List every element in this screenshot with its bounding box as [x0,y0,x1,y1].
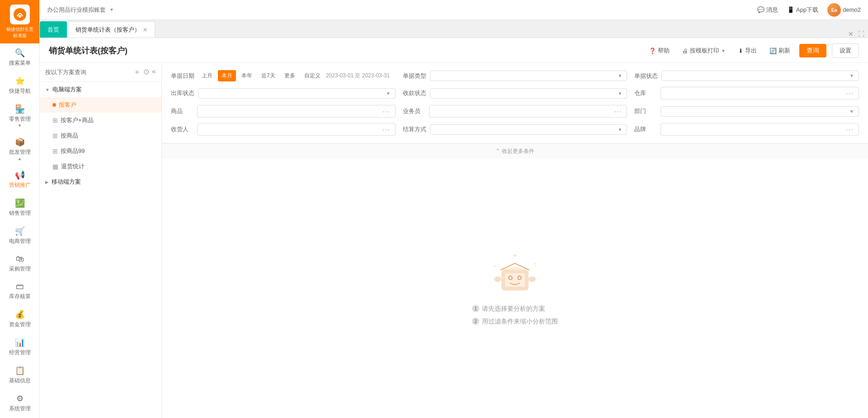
filter-date-label: 单据日期 [171,72,194,80]
refresh-btn[interactable]: 🔄 刷新 [766,45,794,57]
sidebar-item-basic[interactable]: 📋 基础信息 [0,361,40,389]
date-btn-lastmonth[interactable]: 上月 [198,70,216,81]
app-download-label: App下载 [796,6,818,14]
query-btn[interactable]: 查询 [799,44,826,57]
sidebar-item-sales-label: 销售管理 [9,209,31,217]
filter-settlement-item: 结算方式 ▼ [403,124,627,135]
order-status-select[interactable]: ▼ [661,71,859,81]
salesperson-select[interactable]: ··· [429,105,627,118]
warehouse-select[interactable]: ··· [660,87,859,100]
date-btn-thismonth[interactable]: 本月 [218,70,236,81]
sidebar-item-wholesale[interactable]: 📦 批发管理 ▲ [0,133,40,166]
scheme-grid-icon-3: ⊞ [52,147,58,155]
settings-btn[interactable]: 设置 [832,43,859,58]
tab-close-icon[interactable]: ✕ [143,27,147,33]
sidebar-item-quicknav[interactable]: ⭐ 快捷导航 [0,71,40,100]
sidebar: 畅捷信好生意 标准版 🔍 搜索菜单 ⭐ 快捷导航 🏪 零售管理 ▼ 📦 批发管理… [0,0,40,418]
settlement-select[interactable]: ▼ [430,124,627,135]
scheme-desktop-header[interactable]: ▼ 电脑端方案 [40,82,161,97]
help-btn[interactable]: ❓ 帮助 [645,45,673,57]
sidebar-item-finance-label: 资金管理 [9,321,31,328]
salesperson-ellipsis-icon: ··· [614,108,623,115]
search-icon: 🔍 [15,48,25,58]
export-btn[interactable]: ⬇ 导出 [735,45,760,57]
department-select[interactable]: ▼ [660,106,859,117]
date-btn-thisyear[interactable]: 本年 [238,70,256,81]
tab-maximize-icon[interactable]: ⛶ [858,30,864,38]
sidebar-item-search[interactable]: 🔍 搜索菜单 [0,43,40,71]
sidebar-item-purchase-label: 采购管理 [9,265,31,273]
user-info[interactable]: Ea demo2 [827,3,861,17]
print-btn[interactable]: 🖨 按模板打印 ▼ [679,45,729,57]
order-type-select[interactable]: ▼ [430,71,627,81]
export-icon: ⬇ [738,48,743,54]
scheme-item-by-product-label: 按商品 [61,132,78,140]
sidebar-item-inventory[interactable]: 🗃 库存核算 [0,277,40,305]
sidebar-item-operation[interactable]: 📊 经营管理 [0,333,40,361]
department-dropdown-icon: ▼ [849,109,854,114]
empty-svg: ✦ ✦ ✦ [488,250,542,295]
date-btn-custom[interactable]: 自定义 [301,70,324,81]
tab-home[interactable]: 首页 [40,21,67,38]
scheme-item-by-product[interactable]: ⊞ 按商品 [40,128,161,143]
header-right: 💬 消息 📱 App下载 Ea demo2 [757,3,861,17]
collapse-panel-icon[interactable]: « [152,67,156,77]
retail-icon: 🏪 [15,104,25,114]
scheme-item-by-customer-product[interactable]: ⊞ 按客户+商品 [40,113,161,128]
out-status-dropdown-icon: ▼ [386,91,391,96]
left-panel: 按以下方案查询 ＋ ⊙ « ▼ 电脑端方案 按客户 [40,63,162,418]
scheme-item-return-stat[interactable]: ▦ 退货统计 [40,159,161,174]
date-control: 上月 本月 本年 近7天 更多 自定义 2023-03-01 至 2023-03… [198,70,396,81]
product-select[interactable]: ··· [197,105,396,118]
date-btn-more[interactable]: 更多 [281,70,299,81]
receiver-select[interactable]: ··· [197,123,396,136]
left-panel-title: 按以下方案查询 [45,68,86,76]
sales-icon: 💹 [15,198,25,208]
scheme-item-by-product-99[interactable]: ⊞ 按商品99 [40,143,161,159]
tab-sales-stat[interactable]: 销货单统计表（按客户） ✕ [68,21,155,38]
tab-collapse-icon[interactable]: ✕ [848,30,854,38]
empty-illustration: ✦ ✦ ✦ [488,250,542,295]
out-status-select[interactable]: ▼ [198,88,396,99]
scheme-item-by-customer-label: 按客户 [59,101,76,109]
sidebar-item-search-label: 搜索菜单 [9,59,31,67]
brand-select[interactable]: ··· [660,123,859,136]
filter-product-item: 商品 ··· [171,105,396,118]
sidebar-item-sales[interactable]: 💹 销售管理 [0,194,40,222]
collapse-more-btn[interactable]: ⌃ 收起更多条件 [162,143,868,159]
sidebar-item-system[interactable]: ⚙ 系统管理 [0,389,40,417]
filter-area: 单据日期 上月 本月 本年 近7天 更多 自定义 2023-03-01 至 20… [162,63,868,143]
wholesale-icon: 📦 [15,137,25,147]
app-download-btn[interactable]: 📱 App下载 [787,6,818,14]
message-btn[interactable]: 💬 消息 [757,6,778,14]
empty-state: ✦ ✦ ✦ 1 请先选择要分析的方案 2 用过滤条件来缩小分析范围 [162,159,868,418]
filter-salesperson-label: 业务员 [403,107,425,115]
scheme-bar-icon: ▦ [52,163,58,170]
tip-text-2: 用过滤条件来缩小分析范围 [482,315,558,328]
sidebar-item-finance[interactable]: 💰 资金管理 [0,305,40,333]
scheme-mobile-header[interactable]: ▶ 移动端方案 [40,174,161,190]
tip-text-1: 请先选择要分析的方案 [482,302,545,315]
scheme-item-by-customer[interactable]: 按客户 [40,97,161,113]
svg-text:✦: ✦ [512,252,518,259]
help-label: 帮助 [658,47,670,55]
tip-num-1: 1 [472,305,479,312]
settings-scheme-icon[interactable]: ⊙ [143,67,149,77]
sidebar-item-ecommerce[interactable]: 🛒 电商管理 [0,222,40,250]
add-scheme-icon[interactable]: ＋ [133,67,141,77]
date-btn-7days[interactable]: 近7天 [258,70,279,81]
receipt-status-select[interactable]: ▼ [430,88,627,99]
refresh-icon: 🔄 [769,48,777,54]
warehouse-ellipsis-icon: ··· [846,90,854,97]
scheme-group-mobile: ▶ 移动端方案 [40,174,161,190]
page-content: 销货单统计表(按客户) ❓ 帮助 🖨 按模板打印 ▼ ⬇ 导出 🔄 刷新 [40,38,868,418]
sidebar-item-retail[interactable]: 🏪 零售管理 ▼ [0,100,40,133]
filter-order-status-item: 单据状态 ▼ [634,71,859,81]
right-panel: 单据日期 上月 本月 本年 近7天 更多 自定义 2023-03-01 至 20… [162,63,868,418]
sidebar-item-marketing[interactable]: 📢 营销推广 [0,166,40,194]
page-actions: ❓ 帮助 🖨 按模板打印 ▼ ⬇ 导出 🔄 刷新 查询 [645,43,859,62]
download-icon: 📱 [787,6,794,13]
breadcrumb-dropdown-icon[interactable]: ▼ [109,7,114,12]
sidebar-item-purchase[interactable]: 🛍 采购管理 [0,250,40,277]
brand-ellipsis-icon: ··· [846,126,854,133]
